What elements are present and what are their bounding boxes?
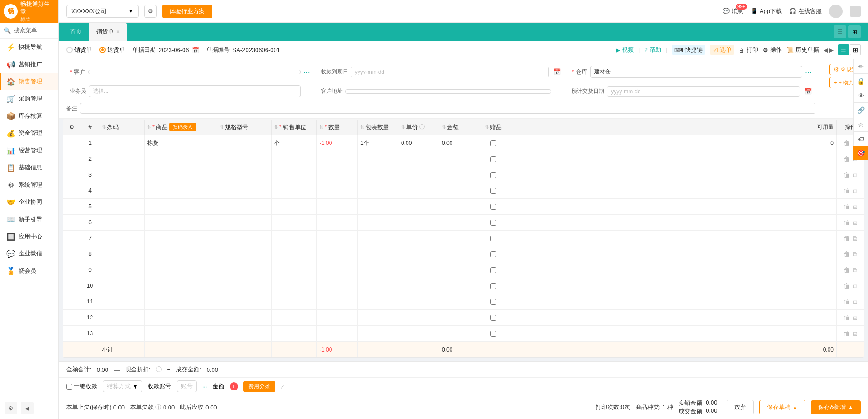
delete-icon-1[interactable]: 🗑 [844,155,850,163]
copy-icon-6[interactable]: ⧉ [853,235,857,242]
gift-checkbox-5[interactable] [490,220,496,226]
gift-checkbox-0[interactable] [490,140,496,146]
td-amount-4[interactable] [439,199,480,214]
td-goods-7[interactable] [145,246,217,262]
copy-icon-3[interactable]: ⧉ [853,187,857,195]
gift-checkbox-4[interactable] [490,204,496,210]
td-goods-10[interactable] [145,294,217,309]
sidebar-item-marketing[interactable]: 📢营销推广 [0,56,58,73]
td-qty-4[interactable] [317,199,358,214]
customer-link-btn[interactable]: ··· [303,68,310,76]
estimated-delivery-calendar-icon[interactable]: 📅 [805,88,812,95]
next-btn[interactable]: ▶ [829,47,834,53]
td-desc-0[interactable] [507,135,800,151]
topbar-gear-btn[interactable]: ⚙ [144,5,157,18]
td-price-7[interactable] [398,246,439,262]
fee-info-icon[interactable]: ? [281,383,284,390]
td-unit-6[interactable] [272,231,317,246]
view-grid-btn[interactable]: ⊞ [848,25,861,38]
td-price-10[interactable] [398,294,439,309]
td-barcode-12[interactable] [99,326,145,341]
td-pack-9[interactable] [358,278,398,294]
account-select[interactable]: 账号 [177,380,197,392]
gift-checkbox-1[interactable] [490,156,496,162]
td-spec-9[interactable] [217,278,272,294]
scan-btn[interactable]: 扫码录入 [169,123,196,131]
sidebar-item-inventory[interactable]: 📦库存核算 [0,107,58,125]
discard-btn[interactable]: 放弃 [727,400,754,414]
right-panel-link[interactable]: 🔗 [853,102,868,117]
td-barcode-1[interactable] [99,151,145,167]
td-unit-5[interactable] [272,215,317,230]
delete-icon-7[interactable]: 🗑 [844,250,850,258]
td-pack-4[interactable] [358,199,398,214]
save-new-btn[interactable]: 保存&新增 ▲ [811,400,861,414]
td-qty-2[interactable] [317,167,358,183]
sidebar-settings-btn[interactable]: ⚙ [5,402,17,414]
td-qty-6[interactable] [317,231,358,246]
td-desc-12[interactable] [507,326,800,341]
gift-checkbox-7[interactable] [490,251,496,257]
td-spec-5[interactable] [217,215,272,230]
td-goods-6[interactable] [145,231,217,246]
td-spec-3[interactable] [217,183,272,198]
gift-checkbox-11[interactable] [490,315,496,321]
td-price-0[interactable]: 0.00 [398,135,439,151]
table-view-btn[interactable]: ☰ [838,44,849,55]
sidebar-search[interactable]: 🔍 搜索菜单 [0,23,58,39]
company-selector[interactable]: XXXXXX公司 ▼ [66,5,139,18]
copy-icon-2[interactable]: ⧉ [853,171,857,179]
td-gift-11[interactable] [480,310,507,325]
td-gift-0[interactable] [480,135,507,151]
customer-address-input[interactable] [345,89,552,94]
toolbar-history[interactable]: 📜 历史单据 [786,46,819,54]
payment-due-calendar-icon[interactable]: 📅 [553,68,561,75]
td-price-2[interactable] [398,167,439,183]
sidebar-item-guide[interactable]: 📖新手引导 [0,211,58,228]
td-barcode-7[interactable] [99,246,145,262]
delete-icon-0[interactable]: 🗑 [844,140,850,147]
td-qty-8[interactable] [317,262,358,278]
td-pack-10[interactable] [358,294,398,309]
td-barcode-5[interactable] [99,215,145,230]
salesperson-input[interactable]: 选择... [89,85,301,97]
td-price-8[interactable] [398,262,439,278]
td-unit-12[interactable] [272,326,317,341]
sidebar-item-purchase[interactable]: 🛒采购管理 [0,90,58,107]
gift-checkbox-8[interactable] [490,267,496,273]
td-gift-10[interactable] [480,294,507,309]
td-amount-11[interactable] [439,310,480,325]
td-barcode-9[interactable] [99,278,145,294]
td-barcode-0[interactable] [99,135,145,151]
td-pack-7[interactable] [358,246,398,262]
delete-icon-11[interactable]: 🗑 [844,314,850,321]
gift-checkbox-3[interactable] [490,188,496,194]
app-download-badge[interactable]: 📱 App下载 [751,7,782,15]
price-info-icon[interactable]: ⓘ [419,123,425,131]
sidebar-item-quick-nav[interactable]: ⚡快捷导航 [0,39,58,56]
td-barcode-4[interactable] [99,199,145,214]
td-spec-7[interactable] [217,246,272,262]
sidebar-item-business[interactable]: 📊经营管理 [0,142,58,159]
td-pack-11[interactable] [358,310,398,325]
td-goods-5[interactable] [145,215,217,230]
td-gift-8[interactable] [480,262,507,278]
td-goods-1[interactable] [145,151,217,167]
right-panel-eye[interactable]: 👁 [853,88,868,102]
add-payment-btn[interactable]: + [230,382,238,390]
owed-info-icon[interactable]: ⓘ [155,403,161,411]
right-panel-tag[interactable]: 🏷 [853,131,868,146]
settlement-method-select[interactable]: 结算方式 ▼ [103,380,142,392]
td-qty-11[interactable] [317,310,358,325]
td-price-6[interactable] [398,231,439,246]
td-goods-3[interactable] [145,183,217,198]
delete-icon-6[interactable]: 🗑 [844,235,850,242]
td-goods-2[interactable] [145,167,217,183]
td-qty-3[interactable] [317,183,358,198]
td-gift-5[interactable] [480,215,507,230]
trial-btn[interactable]: 体验行业方案 [162,5,212,18]
td-gift-2[interactable] [480,167,507,183]
copy-icon-4[interactable]: ⧉ [853,203,857,211]
td-price-11[interactable] [398,310,439,325]
sidebar-item-appstore[interactable]: 🔲应用中心 [0,228,58,245]
